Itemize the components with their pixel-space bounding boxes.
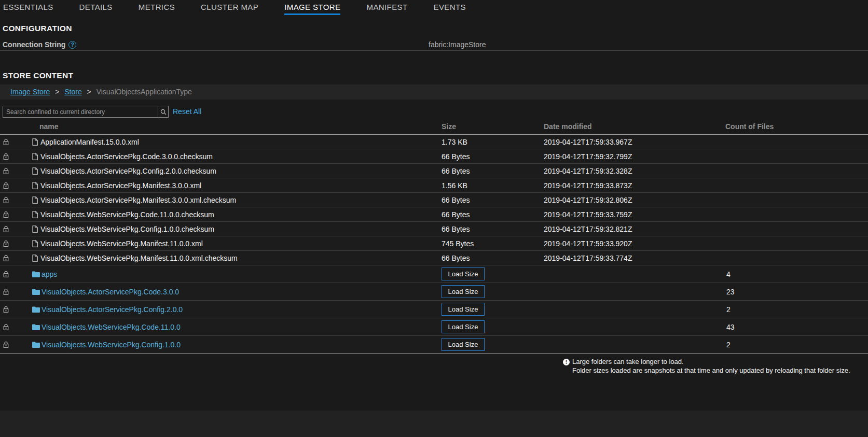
tab-bar: ESSENTIALSDETAILSMETRICSCLUSTER MAPIMAGE… [0, 0, 868, 16]
folder-file-count: 2 [726, 301, 731, 318]
folder-icon [32, 324, 40, 330]
file-size: 66 Bytes [442, 193, 470, 207]
file-row[interactable]: VisualObjects.WebServicePkg.Config.1.0.0… [0, 222, 868, 236]
folder-size-note: ! Large folders can take longer to load.… [563, 357, 850, 375]
image-store-page: ESSENTIALSDETAILSMETRICSCLUSTER MAPIMAGE… [0, 0, 868, 437]
breadcrumb-current: VisualObjectsApplicationType [97, 88, 192, 96]
file-name: ApplicationManifest.15.0.0.xml [40, 135, 139, 149]
divider [0, 50, 868, 51]
breadcrumb-link-image-store[interactable]: Image Store [10, 88, 50, 96]
breadcrumb-separator-icon: > [87, 88, 91, 96]
help-icon[interactable]: ? [68, 41, 76, 49]
file-row[interactable]: ApplicationManifest.15.0.0.xml 1.73 KB 2… [0, 135, 868, 149]
folder-link[interactable]: VisualObjects.ActorServicePkg.Code.3.0.0 [42, 283, 179, 301]
folder-icon [32, 342, 40, 348]
reset-all-link[interactable]: Reset All [173, 106, 201, 118]
search-input[interactable] [3, 106, 158, 117]
column-header-date-modified[interactable]: Date modified [544, 122, 592, 131]
folder-file-count: 4 [726, 265, 731, 283]
file-name: VisualObjects.WebServicePkg.Config.1.0.0… [40, 222, 214, 236]
folder-file-count: 2 [726, 336, 731, 354]
folder-row[interactable]: VisualObjects.WebServicePkg.Config.1.0.0… [0, 336, 868, 354]
store-content-heading: STORE CONTENT [3, 71, 73, 80]
file-icon [32, 138, 38, 146]
file-name: VisualObjects.ActorServicePkg.Config.2.0… [40, 164, 216, 178]
lock-icon [3, 211, 9, 218]
folder-link[interactable]: VisualObjects.WebServicePkg.Code.11.0.0 [42, 318, 181, 336]
column-header-name[interactable]: name [39, 122, 59, 131]
lock-icon [3, 138, 9, 145]
tab-details[interactable]: DETAILS [79, 0, 113, 15]
connection-string-row: Connection String ? [3, 39, 76, 50]
lock-icon [3, 288, 9, 295]
tab-essentials[interactable]: ESSENTIALS [3, 0, 53, 15]
note-line-2: Folder sizes loaded are snapshots at tha… [572, 366, 850, 375]
file-date-modified: 2019-04-12T17:59:33.967Z [544, 135, 632, 149]
lock-icon [3, 225, 9, 232]
folder-file-count: 23 [726, 283, 735, 301]
load-size-button[interactable]: Load Size [442, 285, 485, 298]
lock-icon [3, 153, 9, 160]
file-size: 66 Bytes [442, 222, 470, 236]
load-size-button[interactable]: Load Size [442, 267, 485, 280]
file-icon [32, 182, 38, 189]
breadcrumb-separator-icon: > [55, 88, 59, 96]
file-date-modified: 2019-04-12T17:59:33.759Z [544, 207, 632, 222]
file-row[interactable]: VisualObjects.ActorServicePkg.Config.2.0… [0, 164, 868, 178]
lock-icon [3, 196, 9, 203]
lock-icon [3, 182, 9, 189]
file-icon [32, 167, 38, 175]
tab-metrics[interactable]: METRICS [139, 0, 175, 15]
search-icon[interactable] [158, 106, 168, 117]
info-icon: ! [563, 359, 570, 365]
tab-image-store[interactable]: IMAGE STORE [284, 0, 340, 15]
file-date-modified: 2019-04-12T17:59:33.774Z [544, 251, 632, 265]
column-header-size[interactable]: Size [442, 122, 456, 131]
tab-manifest[interactable]: MANIFEST [366, 0, 407, 15]
folder-row[interactable]: apps Load Size 4 [0, 265, 868, 283]
breadcrumb-link-store[interactable]: Store [64, 88, 81, 96]
file-row[interactable]: VisualObjects.ActorServicePkg.Manifest.3… [0, 178, 868, 193]
note-line-1: Large folders can take longer to load. [572, 357, 850, 366]
tab-events[interactable]: EVENTS [434, 0, 466, 15]
folder-link[interactable]: VisualObjects.WebServicePkg.Config.1.0.0 [42, 336, 181, 354]
folder-icon [32, 289, 40, 295]
breadcrumb: Image Store > Store > VisualObjectsAppli… [0, 84, 868, 100]
file-row[interactable]: VisualObjects.WebServicePkg.Code.11.0.0.… [0, 207, 868, 222]
file-size: 66 Bytes [442, 149, 470, 164]
file-name: VisualObjects.WebServicePkg.Manifest.11.… [40, 251, 238, 265]
file-date-modified: 2019-04-12T17:59:32.806Z [544, 193, 632, 207]
bottom-strip [0, 411, 868, 437]
folder-icon [32, 271, 40, 277]
lock-icon [3, 255, 9, 261]
file-date-modified: 2019-04-12T17:59:32.799Z [544, 149, 632, 164]
file-size: 1.56 KB [442, 178, 467, 193]
file-row[interactable]: VisualObjects.ActorServicePkg.Manifest.3… [0, 193, 868, 207]
folder-link[interactable]: VisualObjects.ActorServicePkg.Config.2.0… [42, 301, 183, 318]
folder-icon [32, 306, 40, 313]
search-box [3, 106, 169, 118]
lock-icon [3, 323, 9, 330]
file-icon [32, 211, 38, 218]
file-icon [32, 225, 38, 233]
column-header-count-of-files[interactable]: Count of Files [725, 122, 774, 131]
load-size-button[interactable]: Load Size [442, 320, 485, 333]
load-size-button[interactable]: Load Size [442, 303, 485, 316]
file-name: VisualObjects.WebServicePkg.Manifest.11.… [40, 236, 203, 251]
folder-row[interactable]: VisualObjects.ActorServicePkg.Code.3.0.0… [0, 283, 868, 301]
table-header: name Size Date modified Count of Files [0, 122, 868, 134]
file-date-modified: 2019-04-12T17:59:32.328Z [544, 164, 632, 178]
file-size: 66 Bytes [442, 164, 470, 178]
file-row[interactable]: VisualObjects.ActorServicePkg.Code.3.0.0… [0, 149, 868, 164]
load-size-button[interactable]: Load Size [442, 338, 485, 351]
folder-link[interactable]: apps [42, 265, 57, 283]
folder-row[interactable]: VisualObjects.WebServicePkg.Code.11.0.0 … [0, 318, 868, 336]
folder-row[interactable]: VisualObjects.ActorServicePkg.Config.2.0… [0, 301, 868, 318]
tab-cluster-map[interactable]: CLUSTER MAP [201, 0, 258, 15]
file-size: 66 Bytes [442, 251, 470, 265]
file-row[interactable]: VisualObjects.WebServicePkg.Manifest.11.… [0, 251, 868, 265]
file-icon [32, 153, 38, 160]
file-row[interactable]: VisualObjects.WebServicePkg.Manifest.11.… [0, 236, 868, 251]
file-icon [32, 240, 38, 247]
file-name: VisualObjects.ActorServicePkg.Code.3.0.0… [40, 149, 213, 164]
